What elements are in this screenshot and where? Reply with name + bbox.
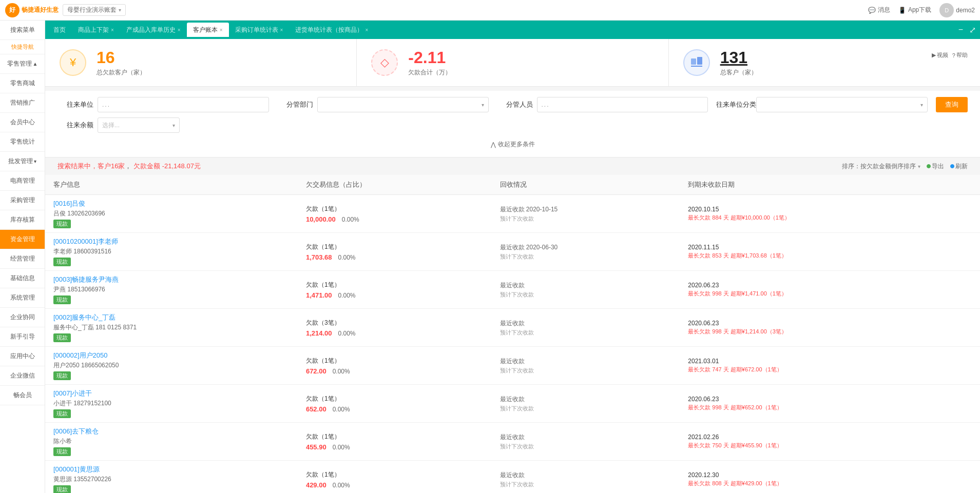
sidebar-item-new-guide[interactable]: 新手引导 (0, 327, 45, 347)
app-download-button[interactable]: 📱 App下载 (898, 6, 931, 14)
cell-customer-4: [000002]用户2050 用户2050 18665062050 现款 (45, 347, 298, 385)
tab-stock-stats[interactable]: 进货单统计表（按商品） × (289, 23, 374, 37)
overdue-days-7[interactable]: 最长欠款 808 天 超期¥429.00（1笔） (688, 480, 972, 487)
tab-product-shelf-label: 商品上下架 (78, 26, 109, 34)
tab-collapse-button[interactable]: − (956, 24, 965, 35)
tab-stock-stats-close-icon[interactable]: × (365, 27, 368, 33)
sidebar-item-retail-stats[interactable]: 零售统计 (0, 132, 45, 152)
customer-name-link-7[interactable]: [000001]黄思源 (53, 465, 100, 473)
message-button[interactable]: 💬 消息 (868, 6, 890, 14)
refresh-button[interactable]: 刷新 (950, 162, 968, 171)
help-button[interactable]: ? 帮助 (952, 51, 968, 59)
sort-select[interactable]: 排序：按欠款金额倒序排序 ▾ (842, 162, 920, 171)
overdue-days-0[interactable]: 最长欠款 884 天 超期¥10,000.00（1笔） (688, 214, 972, 222)
sidebar-item-basic-info[interactable]: 基础信息 (0, 269, 45, 288)
stat-value-total-customers: 131 (720, 48, 757, 67)
overdue-days-3[interactable]: 最长欠款 998 天 超期¥1,214.00（3笔） (688, 328, 972, 336)
member-vip-label: 畅会员 (13, 391, 32, 399)
collapse-button[interactable]: ⋀ 收起更多条件 (57, 138, 968, 151)
sidebar-item-batch-mgmt[interactable]: 批发管理 ▾ (0, 152, 45, 171)
export-icon (927, 164, 931, 168)
customer-name-link-4[interactable]: [000002]用户2050 (53, 351, 108, 359)
store-selector[interactable]: 母婴行业演示账套 ▾ (63, 4, 126, 16)
search-menu-label: 搜索菜单 (2, 26, 43, 34)
inventory-label: 库存核算 (10, 216, 35, 223)
app-center-label: 应用中心 (10, 352, 35, 360)
sidebar-item-quick-nav[interactable]: 快捷导航 (0, 40, 45, 54)
top-bar-right: 💬 消息 📱 App下载 D demo2 (868, 3, 975, 17)
sidebar-item-purchase-mgmt[interactable]: 采购管理 (0, 191, 45, 210)
sidebar-item-retail-mall[interactable]: 零售商城 (0, 74, 45, 93)
debt-amount-5: 652.00 (306, 405, 326, 413)
filter-unit-category-label: 往来单位分类 (716, 100, 752, 109)
tab-home[interactable]: 首页 (47, 23, 72, 37)
tab-product-shelf[interactable]: 商品上下架 × (72, 23, 120, 37)
customer-badge-3: 现款 (53, 333, 71, 342)
collapse-up-icon: ⋀ (491, 141, 496, 148)
sidebar-item-sys-mgmt[interactable]: 系统管理 (0, 288, 45, 308)
overdue-days-2[interactable]: 最长欠款 998 天 超期¥1,471.00（1笔） (688, 290, 972, 298)
overdue-days-6[interactable]: 最长欠款 750 天 超期¥455.90（1笔） (688, 442, 972, 449)
sidebar-item-member-center[interactable]: 会员中心 (0, 113, 45, 132)
filter-balance-select[interactable]: 选择... ▾ (98, 117, 180, 133)
tab-product-shelf-close-icon[interactable]: × (111, 27, 114, 33)
stat-actions: ▶ 视频 ? 帮助 (932, 47, 968, 59)
sidebar-item-retail-mgmt[interactable]: 零售管理 ▲ (0, 54, 45, 74)
debt-total-icon: ◇ (371, 49, 398, 76)
video-button[interactable]: ▶ 视频 (932, 51, 948, 59)
cell-return-5: 最近收款 预计下次收款 (492, 385, 680, 423)
tab-product-history-close-icon[interactable]: × (178, 27, 181, 33)
tab-purchase-stats[interactable]: 采购订单统计表 × (229, 23, 290, 37)
sidebar-item-corp-wechat[interactable]: 企业微信 (0, 366, 45, 386)
customer-contact-6: 陈小希 (53, 437, 290, 446)
sys-mgmt-label: 系统管理 (10, 294, 35, 301)
sidebar-item-app-center[interactable]: 应用中心 (0, 347, 45, 366)
tab-expand-button[interactable]: ⤢ (967, 24, 978, 36)
filter-area: 往来单位 ... 分管部门 ▾ 分管人员 (45, 91, 980, 157)
sidebar-item-inventory[interactable]: 库存核算 (0, 210, 45, 230)
cell-debt-3: 欠款（3笔） 1,214.00 0.00% (298, 309, 492, 347)
filter-dept-select[interactable]: ▾ (317, 97, 489, 112)
sidebar-item-search-menu[interactable]: 搜索菜单 (0, 21, 45, 40)
overdue-days-5[interactable]: 最长欠款 998 天 超期¥652.00（1笔） (688, 404, 972, 411)
cell-overdue-0: 2020.10.15 最长欠款 884 天 超期¥10,000.00（1笔） (680, 195, 980, 233)
sidebar-item-marketing[interactable]: 营销推广 (0, 93, 45, 113)
debt-count-2: 欠款（1笔） (306, 281, 484, 289)
user-name: demo2 (956, 7, 975, 14)
tab-customer-account-close-icon[interactable]: × (220, 27, 223, 33)
cell-customer-6: [0006]去下粮仓 陈小希 现款 (45, 423, 298, 461)
search-button[interactable]: 查询 (936, 97, 968, 112)
sidebar-item-ecom-mgmt[interactable]: 电商管理 (0, 171, 45, 191)
top-bar: 好 畅捷通好生意 母婴行业演示账套 ▾ 💬 消息 📱 App下载 D demo2 (0, 0, 980, 21)
customer-name-link-5[interactable]: [0007]小进干 (53, 389, 92, 397)
tab-product-history[interactable]: 产成品入库单历史 × (120, 23, 187, 37)
filter-person-dots: ... (542, 101, 550, 108)
customer-name-link-1[interactable]: [00010200001]李老师 (53, 238, 118, 245)
export-button[interactable]: 导出 (927, 162, 944, 171)
filter-person-input[interactable]: ... (537, 97, 708, 112)
stat-icon-debt-customers: ¥ (57, 47, 88, 78)
overdue-days-4[interactable]: 最长欠款 747 天 超期¥672.00（1笔） (688, 366, 972, 373)
tab-customer-account[interactable]: 客户账本 × (187, 23, 229, 37)
retail-mgmt-arrow-icon: ▲ (33, 61, 38, 67)
cell-overdue-6: 2021.02.26 最长欠款 750 天 超期¥455.90（1笔） (680, 423, 980, 461)
customer-name-link-6[interactable]: [0006]去下粮仓 (53, 427, 99, 435)
sidebar-item-corp-collab[interactable]: 企业协同 (0, 308, 45, 327)
user-avatar[interactable]: D demo2 (939, 3, 975, 17)
tab-home-label: 首页 (53, 26, 66, 34)
customer-contact-4: 用户2050 18665062050 (53, 361, 290, 370)
customer-name-link-0[interactable]: [0016]吕俊 (53, 200, 85, 207)
overdue-days-1[interactable]: 最长欠款 853 天 超期¥1,703.68（1笔） (688, 252, 972, 260)
sidebar-item-member-vip[interactable]: 畅会员 (0, 386, 45, 405)
sidebar-item-finance-mgmt[interactable]: 资金管理 (0, 230, 45, 249)
avatar-image: D (939, 3, 954, 17)
customer-name-link-3[interactable]: [0002]服务中心_丁磊 (53, 313, 116, 321)
batch-mgmt-arrow-icon: ▾ (34, 159, 36, 164)
filter-unit-category-select[interactable]: ▾ (756, 97, 928, 112)
customer-name-link-2[interactable]: [0003]畅捷服务尹海燕 (53, 275, 119, 283)
sidebar-item-biz-mgmt[interactable]: 经营管理 (0, 249, 45, 269)
filter-source-unit-input[interactable]: ... (98, 97, 269, 112)
filter-balance-label: 往来余额 (57, 121, 93, 130)
tab-purchase-stats-close-icon[interactable]: × (280, 27, 283, 33)
tab-purchase-stats-label: 采购订单统计表 (235, 26, 278, 34)
